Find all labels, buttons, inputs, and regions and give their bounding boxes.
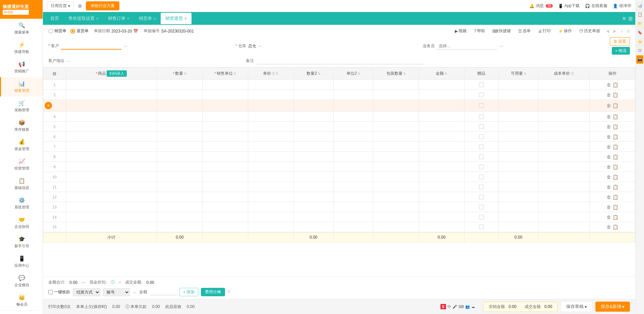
gift-cell[interactable]	[464, 100, 498, 112]
available-cell[interactable]	[498, 222, 538, 232]
amount-cell[interactable]	[419, 152, 465, 162]
unit-cell[interactable]	[203, 142, 248, 152]
copy-row-btn[interactable]: 📋	[612, 82, 618, 87]
pkg-cell[interactable]	[373, 80, 419, 90]
goods-input[interactable]	[67, 114, 156, 119]
gift-checkbox[interactable]	[479, 103, 484, 108]
unit2-cell[interactable]	[333, 202, 373, 212]
goods-cell[interactable]	[66, 122, 157, 132]
goods-input[interactable]	[67, 144, 156, 149]
gift-checkbox[interactable]	[479, 114, 484, 119]
add-item-btn[interactable]: + 添加	[179, 288, 198, 296]
price-cell[interactable]	[248, 80, 293, 90]
price-cell[interactable]	[248, 162, 293, 172]
gift-checkbox[interactable]	[479, 225, 484, 229]
amount-cell[interactable]	[419, 100, 465, 112]
price-cell[interactable]	[248, 222, 293, 232]
qty-cell[interactable]	[157, 142, 203, 152]
cost-cell[interactable]	[538, 122, 590, 132]
qty2-cell[interactable]	[293, 202, 333, 212]
gift-checkbox[interactable]	[479, 205, 484, 209]
cost-cell[interactable]	[538, 212, 590, 222]
qty2-cell[interactable]	[293, 112, 333, 122]
cost-cell[interactable]	[538, 202, 590, 212]
copy-row-btn[interactable]: 📋	[612, 154, 618, 160]
help-btn[interactable]: ? 帮助	[472, 27, 487, 35]
pkg-cell[interactable]	[373, 222, 419, 232]
available-cell[interactable]	[498, 100, 538, 112]
pkg-cell[interactable]	[373, 100, 419, 112]
gift-checkbox[interactable]	[479, 215, 484, 219]
gift-checkbox[interactable]	[479, 92, 484, 97]
view-grid-icon[interactable]: ⊞	[627, 29, 630, 34]
unit-cell[interactable]	[203, 222, 248, 232]
cost-cell[interactable]	[538, 80, 590, 90]
shortcut-btn[interactable]: ⌨ 快捷键	[490, 27, 513, 35]
copy-row-btn[interactable]: 📋	[612, 224, 618, 230]
sidebar-item-sales-mgmt[interactable]: 📊 销售管理	[0, 77, 43, 97]
amount-cell[interactable]	[419, 112, 465, 122]
goods-cell[interactable]	[66, 182, 157, 192]
available-cell[interactable]	[498, 162, 538, 172]
amount-input[interactable]	[150, 289, 177, 295]
cost-cell[interactable]	[538, 132, 590, 142]
right-action-1[interactable]: 📊	[636, 1, 643, 10]
sidebar-item-shortcut[interactable]: ⚡ 快捷导航	[0, 38, 43, 58]
sidebar-item-enterprise[interactable]: 🤝 企业协同	[0, 213, 43, 233]
price-cell[interactable]	[248, 152, 293, 162]
amount-cell[interactable]	[419, 90, 465, 100]
unit2-cell[interactable]	[333, 132, 373, 142]
tab-home[interactable]: 首页	[46, 13, 64, 24]
copy-row-btn[interactable]: 📋	[612, 194, 618, 200]
goods-cell[interactable]	[66, 132, 157, 142]
gift-cell[interactable]	[464, 122, 498, 132]
delete-row-btn[interactable]: 🗑	[606, 124, 611, 129]
right-action-orange[interactable]: 📸	[636, 55, 643, 64]
unit2-cell[interactable]	[333, 142, 373, 152]
goods-cell[interactable]	[66, 100, 157, 112]
unit2-cell[interactable]	[333, 222, 373, 232]
goods-cell[interactable]	[66, 222, 157, 232]
right-action-5[interactable]: ⭐	[636, 38, 643, 46]
cost-cell[interactable]	[538, 182, 590, 192]
radio-return[interactable]: 退货单	[70, 28, 89, 34]
salesperson-dots-btn[interactable]: ···	[499, 43, 503, 49]
available-cell[interactable]	[498, 202, 538, 212]
help-question-icon[interactable]: ?	[228, 290, 230, 295]
user-menu-btn[interactable]: 👤 徐泽华	[613, 3, 631, 9]
unit-cell[interactable]	[203, 100, 248, 112]
qty-cell[interactable]	[157, 90, 203, 100]
delete-row-btn[interactable]: 🗑	[606, 174, 611, 180]
unit2-cell[interactable]	[333, 192, 373, 202]
qty-cell[interactable]	[157, 112, 203, 122]
unit-cell[interactable]	[203, 80, 248, 90]
sidebar-item-finance[interactable]: 💰 资金管理	[0, 135, 43, 155]
goods-cell[interactable]	[66, 202, 157, 212]
cashflow-checkbox-input[interactable]	[48, 290, 53, 294]
delete-row-btn[interactable]: 🗑	[606, 224, 611, 230]
price-cell[interactable]	[248, 112, 293, 122]
goods-input[interactable]	[67, 175, 156, 179]
amount-cell[interactable]	[419, 172, 465, 182]
amount-cell[interactable]	[419, 202, 465, 212]
available-cell[interactable]	[498, 90, 538, 100]
payment-method-select[interactable]: 结算方式	[73, 288, 100, 296]
formula-icon[interactable]: ⓘ	[111, 279, 115, 285]
qty-cell[interactable]	[157, 132, 203, 142]
goods-input[interactable]	[67, 185, 156, 189]
amount-cell[interactable]	[419, 162, 465, 172]
qty-cell[interactable]	[157, 122, 203, 132]
tab-close-btn[interactable]: ✕	[127, 17, 129, 20]
qty2-cell[interactable]	[293, 100, 333, 112]
qty2-cell[interactable]	[293, 222, 333, 232]
price-cell[interactable]	[248, 90, 293, 100]
price-cell[interactable]	[248, 100, 293, 112]
customer-input[interactable]	[61, 42, 121, 50]
delete-row-btn[interactable]: 🗑	[606, 114, 611, 119]
sidebar-item-system[interactable]: ⚙️ 系统管理	[0, 194, 43, 213]
unit2-cell[interactable]	[333, 212, 373, 222]
available-cell[interactable]	[498, 172, 538, 182]
available-cell[interactable]	[498, 192, 538, 202]
amount-cell[interactable]	[419, 192, 465, 202]
pkg-cell[interactable]	[373, 162, 419, 172]
